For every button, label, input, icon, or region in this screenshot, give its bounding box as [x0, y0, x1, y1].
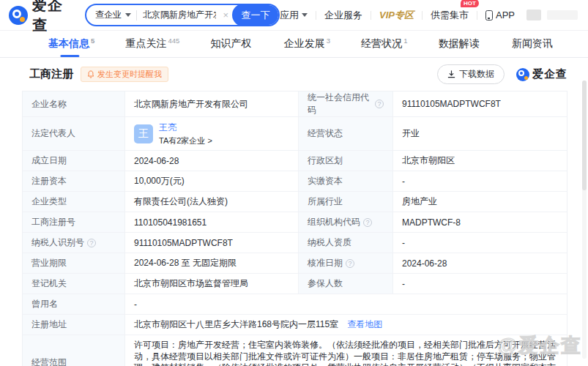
table-row: 成立日期 2024-06-28 行政区划 北京市朝阳区 [23, 151, 567, 171]
section-header: 工商注册 发生变更时提醒我 下载数据 爱企查 [0, 58, 588, 89]
field-value: - [402, 176, 405, 187]
field-label: 企业名称 [31, 98, 67, 111]
search-category-dropdown[interactable]: 查企业 [86, 9, 136, 21]
legal-rep-name-link[interactable]: 王亮 [159, 122, 212, 134]
field-label: 曾用名 [31, 298, 58, 310]
field-label: 统一社会信用代码 [308, 92, 372, 116]
field-value: 91110105MADPTWCF8T [402, 99, 501, 109]
header: 爱企查 查企业 × 查一下 应用 企业服务 VIP专区 供需集市 HOT [0, 0, 588, 31]
field-value: 北京市朝阳区市场监督管理局 [134, 277, 248, 290]
section-title: 工商注册 [29, 67, 73, 81]
table-row: 注册地址 北京市朝阳区十八里店乡大洋路168号院内一层115室 查看地图 [23, 315, 567, 335]
field-label: 纳税人资质 [308, 236, 351, 249]
table-row: 纳税人识别号 91110105MADPTWCF8T 纳税人资质 - [23, 233, 567, 253]
view-map-link[interactable]: 查看地图 [347, 318, 382, 331]
search-category-label: 查企业 [95, 9, 122, 21]
field-value: 2024-06-28 至 无固定期限 [134, 257, 237, 269]
nav-supply-demand-market[interactable]: 供需集市 HOT [431, 9, 469, 22]
field-label: 经营状态 [308, 127, 343, 140]
search-box: 查企业 × 查一下 [85, 4, 280, 26]
info-icon[interactable] [87, 239, 96, 247]
chevron-down-icon [302, 13, 308, 17]
field-label: 营业期限 [31, 257, 67, 269]
user-name [547, 10, 578, 20]
download-icon [447, 70, 455, 78]
field-value: MADPTWCF-8 [402, 217, 461, 228]
user-avatar[interactable] [526, 10, 541, 20]
bell-icon [87, 70, 94, 78]
aiqicha-logo-icon [9, 6, 28, 25]
search-input[interactable] [137, 10, 220, 20]
field-value: - [402, 279, 405, 289]
tab-intellectual-property[interactable]: 知识产权 [211, 31, 253, 57]
nav-app-download[interactable]: APP [485, 10, 515, 20]
tab-enterprise-development[interactable]: 企业发展3 [284, 31, 330, 57]
tab-basic-info[interactable]: 基本信息5 [48, 31, 94, 57]
divider [371, 11, 371, 20]
tab-data-interpretation[interactable]: 数据解读 [439, 31, 481, 57]
aiqicha-logo[interactable]: 爱企查 [9, 0, 75, 35]
field-label: 实缴资本 [308, 175, 343, 187]
aiqicha-corner-logo: 爱企查 [516, 67, 567, 81]
field-value: - [402, 238, 405, 248]
change-reminder-button[interactable]: 发生变更时提醒我 [81, 67, 168, 82]
legal-rep-companies-link[interactable]: TA有2家企业 > [159, 135, 212, 146]
table-row: 注册资本 10,000万(元) 实缴资本 - [23, 171, 567, 192]
field-value: 房地产业 [402, 195, 437, 208]
clear-icon[interactable]: × [219, 10, 232, 20]
tab-operating-status[interactable]: 经营状况1 [361, 31, 407, 57]
field-value: 2024-06-28 [134, 156, 179, 166]
field-label: 核准日期 [308, 257, 343, 269]
top-nav: 应用 企业服务 VIP专区 供需集市 HOT APP [280, 9, 578, 22]
download-data-button[interactable]: 下载数据 [437, 64, 505, 84]
field-value: 110105041981651 [134, 217, 206, 228]
table-row: 工商注册号 110105041981651 组织机构代码 MADPTWCF-8 [23, 212, 567, 233]
field-label: 组织机构代码 [308, 216, 360, 228]
info-icon[interactable] [375, 100, 384, 108]
nav-vip-zone[interactable]: VIP专区 [379, 9, 414, 22]
nav-enterprise-services[interactable]: 企业服务 [324, 9, 362, 22]
legal-rep-avatar[interactable]: 王 [134, 124, 153, 143]
divider [316, 11, 316, 20]
field-value: 2024-06-28 [402, 258, 447, 269]
field-label: 参保人数 [308, 277, 343, 290]
scrollbar-thumb[interactable] [582, 81, 587, 190]
scrollbar[interactable] [582, 81, 587, 359]
field-value: 北京市朝阳区十八里店乡大洋路168号院内一层115室 [134, 318, 338, 331]
table-row: 企业类型 有限责任公司(法人独资) 所属行业 房地产业 [23, 192, 567, 212]
tab-bar: 基本信息5 重点关注445 知识产权 企业发展3 经营状况1 数据解读 新闻资讯 [0, 31, 588, 58]
field-value: 许可项目：房地产开发经营；住宅室内装饰装修。（依法须经批准的项目，经相关部门批准… [134, 340, 556, 366]
table-row: 企业名称 北京隅新房地产开发有限公司 统一社会信用代码 91110105MADP… [23, 92, 567, 117]
hot-badge: HOT [461, 0, 479, 7]
info-icon[interactable] [363, 218, 372, 227]
field-label: 登记机关 [31, 277, 67, 290]
divider [422, 11, 423, 20]
field-label: 注册地址 [31, 318, 67, 331]
tab-news[interactable]: 新闻资讯 [512, 31, 554, 57]
field-value: - [134, 299, 137, 310]
phone-icon [485, 10, 493, 20]
aiqicha-logo-text: 爱企查 [532, 67, 567, 81]
nav-apps[interactable]: 应用 [280, 9, 308, 22]
divider [477, 11, 477, 20]
field-value: 10,000万(元) [134, 175, 185, 187]
field-value: 北京隅新房地产开发有限公司 [134, 98, 248, 111]
field-value: 北京市朝阳区 [402, 154, 455, 167]
field-label: 所属行业 [308, 195, 343, 208]
field-value: 开业 [402, 127, 420, 140]
field-label: 纳税人识别号 [31, 236, 84, 249]
field-label: 法定代表人 [31, 127, 75, 140]
field-label: 注册资本 [31, 175, 67, 187]
info-icon[interactable] [346, 259, 354, 268]
search-button[interactable]: 查一下 [232, 4, 279, 26]
aiqicha-logo-icon [516, 68, 529, 81]
tab-key-focus[interactable]: 重点关注445 [126, 31, 180, 57]
field-label: 经营范围 [31, 356, 67, 366]
field-label: 工商注册号 [31, 216, 75, 228]
field-label: 企业类型 [31, 195, 67, 208]
field-value: 91110105MADPTWCF8T [134, 238, 233, 248]
field-value: 有限责任公司(法人独资) [134, 195, 228, 208]
table-row: 登记机关 北京市朝阳区市场监督管理局 参保人数 - [23, 274, 567, 294]
chevron-down-icon [125, 13, 131, 17]
aiqicha-logo-text: 爱企查 [32, 0, 75, 35]
